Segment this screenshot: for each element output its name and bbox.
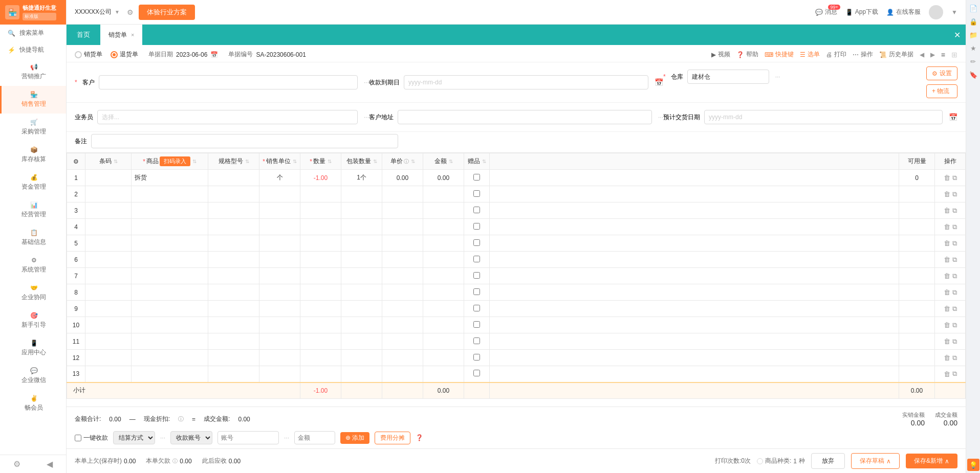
cell-barcode-8[interactable] — [85, 284, 132, 301]
one-click-pay-input[interactable] — [75, 435, 81, 441]
cell-gift-1[interactable] — [464, 170, 490, 186]
cell-barcode-7[interactable] — [85, 268, 132, 284]
delete-icon-11[interactable]: 🗑 — [944, 337, 950, 345]
one-click-pay-checkbox[interactable]: 一键收款 — [75, 434, 108, 442]
action-shortcut[interactable]: ⌨快捷键 — [765, 50, 794, 59]
cell-amount-7[interactable] — [423, 268, 464, 284]
cell-gift-12[interactable] — [464, 350, 490, 366]
sidebar-item-purchase[interactable]: 🛒 采购管理 — [0, 114, 66, 141]
cell-pkg-2[interactable] — [341, 186, 382, 202]
gift-checkbox-7[interactable] — [473, 272, 480, 279]
cell-amount-4[interactable] — [423, 219, 464, 235]
cell-desc-5[interactable] — [490, 235, 899, 252]
cell-spec-6[interactable] — [208, 252, 259, 268]
delete-icon-1[interactable]: 🗑 — [944, 174, 950, 182]
gift-checkbox-4[interactable] — [473, 223, 480, 230]
radio-return-order[interactable]: 退货单 — [111, 50, 138, 59]
gift-checkbox-8[interactable] — [473, 288, 480, 295]
sidebar-item-finance[interactable]: 💰 资金管理 — [0, 169, 66, 196]
settlement-dots[interactable]: ··· — [160, 434, 165, 441]
expected-date-input[interactable] — [704, 110, 943, 124]
copy-icon-8[interactable]: ⧉ — [952, 288, 957, 297]
cell-unit-1[interactable]: 个 — [259, 170, 300, 186]
cell-unit-4[interactable] — [259, 219, 300, 235]
cell-gift-8[interactable] — [464, 284, 490, 301]
cell-unit-8[interactable] — [259, 284, 300, 301]
cell-price-3[interactable] — [382, 202, 423, 219]
cell-qty-3[interactable] — [300, 202, 341, 219]
cell-spec-12[interactable] — [208, 350, 259, 366]
user-arrow-icon[interactable]: ▼ — [951, 9, 957, 16]
action-video[interactable]: ▶视频 — [711, 50, 730, 59]
cell-qty-10[interactable] — [300, 317, 341, 333]
cell-desc-9[interactable] — [490, 301, 899, 317]
cell-spec-1[interactable] — [208, 170, 259, 186]
cell-gift-9[interactable] — [464, 301, 490, 317]
cell-gift-2[interactable] — [464, 186, 490, 202]
warehouse-input[interactable]: 建材仓 — [687, 70, 769, 84]
cell-qty-6[interactable] — [300, 252, 341, 268]
cell-pkg-11[interactable] — [341, 333, 382, 350]
collection-date-input[interactable] — [404, 75, 648, 89]
cell-amount-13[interactable] — [423, 366, 464, 382]
cell-spec-8[interactable] — [208, 284, 259, 301]
cell-spec-5[interactable] — [208, 235, 259, 252]
expense-split-button[interactable]: 费用分摊 — [375, 432, 410, 444]
gift-checkbox-9[interactable] — [473, 305, 480, 311]
cell-qty-12[interactable] — [300, 350, 341, 366]
cell-product-12[interactable] — [132, 350, 208, 366]
copy-icon-9[interactable]: ⧉ — [952, 305, 957, 313]
cell-price-10[interactable] — [382, 317, 423, 333]
add-payment-button[interactable]: ⊕ 添加 — [340, 432, 369, 444]
cell-amount-8[interactable] — [423, 284, 464, 301]
cell-spec-9[interactable] — [208, 301, 259, 317]
cell-pkg-7[interactable] — [341, 268, 382, 284]
cell-desc-7[interactable] — [490, 268, 899, 284]
cell-qty-5[interactable] — [300, 235, 341, 252]
copy-icon-11[interactable]: ⧉ — [952, 337, 957, 346]
cell-desc-8[interactable] — [490, 284, 899, 301]
cell-amount-2[interactable] — [423, 186, 464, 202]
copy-icon-4[interactable]: ⧉ — [952, 223, 957, 231]
calendar-icon-collection[interactable]: 📅 — [655, 78, 663, 86]
copy-icon-1[interactable]: ⧉ — [952, 174, 957, 182]
cell-product-4[interactable] — [132, 219, 208, 235]
company-selector[interactable]: XXXXXX公司 ▼ — [75, 8, 120, 16]
cell-pkg-4[interactable] — [341, 219, 382, 235]
sidebar-item-system[interactable]: ⚙ 系统管理 — [0, 252, 66, 279]
sidebar-item-sales[interactable]: 🏪 销售管理 — [0, 86, 66, 114]
cell-barcode-11[interactable] — [85, 333, 132, 350]
cell-pkg-13[interactable] — [341, 366, 382, 382]
tab-sales-order[interactable]: 销货单 × — [100, 25, 142, 45]
copy-icon-2[interactable]: ⧉ — [952, 190, 957, 198]
cell-product-8[interactable] — [132, 284, 208, 301]
copy-icon-12[interactable]: ⧉ — [952, 354, 957, 362]
cell-pkg-5[interactable] — [341, 235, 382, 252]
customer-address-input[interactable] — [398, 110, 652, 124]
tab-home[interactable]: 首页 — [67, 25, 100, 45]
action-select-order[interactable]: ☰选单 — [800, 50, 820, 59]
cell-price-2[interactable] — [382, 186, 423, 202]
delete-icon-13[interactable]: 🗑 — [944, 370, 950, 378]
copy-icon-6[interactable]: ⧉ — [952, 256, 957, 264]
scan-button[interactable]: 扫码录入 — [160, 156, 190, 166]
cell-unit-10[interactable] — [259, 317, 300, 333]
cell-amount-5[interactable] — [423, 235, 464, 252]
cell-price-11[interactable] — [382, 333, 423, 350]
price-info-icon[interactable]: ⓘ — [404, 158, 409, 165]
sidebar-item-search[interactable]: 🔍 搜索菜单 — [0, 25, 66, 41]
delete-icon-3[interactable]: 🗑 — [944, 207, 950, 214]
cell-spec-11[interactable] — [208, 333, 259, 350]
right-icon-folder[interactable]: 📁 — [967, 29, 979, 41]
cell-gift-5[interactable] — [464, 235, 490, 252]
notes-input[interactable] — [91, 134, 398, 148]
cell-barcode-3[interactable] — [85, 202, 132, 219]
delete-icon-7[interactable]: 🗑 — [944, 272, 950, 280]
discount-help-icon[interactable]: ⓘ — [178, 415, 184, 423]
cell-gift-11[interactable] — [464, 333, 490, 350]
sort-product-icon[interactable]: ⇅ — [192, 159, 197, 164]
cell-desc-2[interactable] — [490, 186, 899, 202]
cell-spec-3[interactable] — [208, 202, 259, 219]
user-avatar[interactable] — [929, 5, 943, 19]
cell-unit-12[interactable] — [259, 350, 300, 366]
